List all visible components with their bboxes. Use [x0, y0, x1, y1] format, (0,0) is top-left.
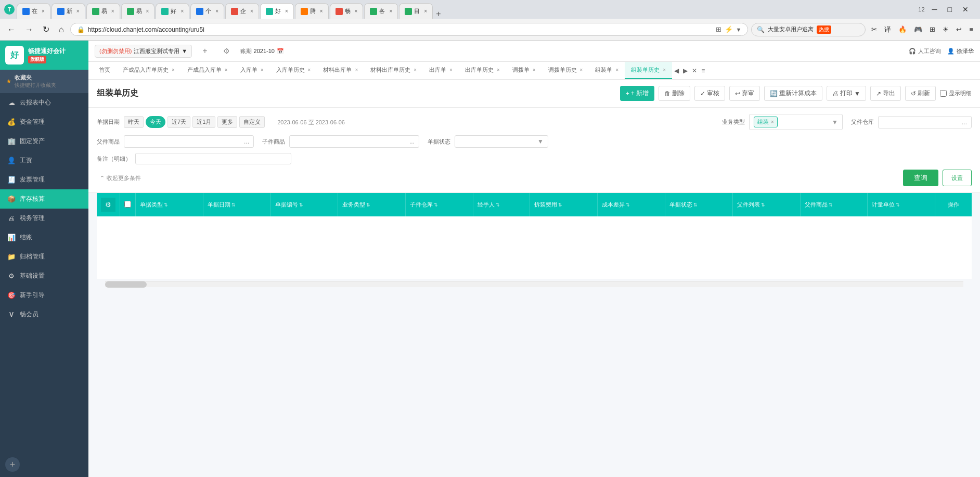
export-button[interactable]: ↗ 导出: [870, 86, 901, 101]
tab-close-all[interactable]: ✕: [690, 65, 699, 76]
horizontal-scrollbar[interactable]: [105, 281, 963, 287]
audit-button[interactable]: ✓ 审核: [694, 86, 725, 101]
delete-button[interactable]: 🗑 删除: [659, 86, 690, 101]
user-info[interactable]: 👤 徐泽华: [947, 47, 974, 55]
tab-nav-right[interactable]: ▶: [681, 65, 690, 76]
page-tab-transfer-hist-close[interactable]: ×: [580, 67, 583, 73]
page-tab-material-out-history[interactable]: 材料出库单历史 ×: [364, 62, 423, 79]
date-yesterday-btn[interactable]: 昨天: [124, 116, 144, 128]
company-selector[interactable]: (勿删勿禁用) 江西服宝测试专用 ▼: [95, 45, 192, 58]
tab-9[interactable]: 腾×: [295, 3, 329, 19]
minimize-button[interactable]: ─: [929, 4, 940, 15]
back-button[interactable]: ←: [4, 23, 19, 36]
emoji-icon-btn[interactable]: 🔥: [896, 24, 909, 35]
date-today-btn[interactable]: 今天: [146, 116, 165, 128]
print-button[interactable]: 🖨 打印 ▼: [827, 86, 866, 101]
page-tab-ib-hist-close[interactable]: ×: [308, 67, 311, 73]
abandon-button[interactable]: ↩ 弃审: [729, 86, 760, 101]
page-tab-mat-out-close[interactable]: ×: [355, 67, 358, 73]
tab-8-active[interactable]: 好×: [260, 3, 294, 19]
recalc-button[interactable]: 🔄 重新计算成本: [764, 86, 822, 101]
sub-goods-more[interactable]: ...: [409, 138, 415, 145]
page-tab-inbound-history[interactable]: 入库单历史 ×: [270, 62, 317, 79]
menu-icon-btn[interactable]: ≡: [966, 24, 976, 35]
nav-item-archive[interactable]: 📁 归档管理: [0, 247, 88, 266]
tab-10[interactable]: 畅×: [330, 3, 364, 19]
page-tab-outbound[interactable]: 出库单 ×: [423, 62, 459, 79]
nav-item-funds[interactable]: 💰 资金管理: [0, 112, 88, 132]
th-date[interactable]: 单据日期 ⇅: [203, 193, 270, 216]
page-tab-assembly-history[interactable]: 组装单历史 ×: [625, 62, 672, 79]
tab-4[interactable]: 易×: [121, 3, 155, 19]
page-tab-transfer-history[interactable]: 调拨单历史 ×: [542, 62, 589, 79]
page-tab-outbound-history[interactable]: 出库单历史 ×: [459, 62, 506, 79]
th-checkbox[interactable]: [120, 193, 136, 216]
show-detail-toggle[interactable]: 显示明细: [940, 89, 972, 97]
grid-icon-btn[interactable]: ⊞: [927, 24, 938, 35]
nav-item-invoice[interactable]: 🧾 发票管理: [0, 170, 88, 189]
brightness-icon-btn[interactable]: ☀: [940, 24, 951, 35]
scroll-area[interactable]: [88, 281, 980, 287]
biz-type-input-area[interactable]: 组装 × ▼: [749, 114, 843, 130]
nav-item-inventory[interactable]: 📦 库存核算: [0, 189, 88, 209]
biz-type-tag-remove[interactable]: ×: [771, 119, 774, 125]
collapse-button[interactable]: ⌃ 收起更多条件: [97, 171, 144, 185]
nav-item-settings[interactable]: ⚙ 基础设置: [0, 266, 88, 286]
th-settings[interactable]: ⚙: [97, 193, 120, 216]
th-number[interactable]: 单据编号 ⇅: [270, 193, 338, 216]
th-order-status[interactable]: 单据状态 ⇅: [665, 193, 733, 216]
calendar-icon[interactable]: 📅: [277, 48, 284, 55]
th-handler[interactable]: 经手人 ⇅: [473, 193, 530, 216]
date-custom-btn[interactable]: 自定义: [239, 116, 265, 128]
query-button[interactable]: 查询: [903, 170, 938, 186]
page-tab-inbound-close[interactable]: ×: [261, 67, 264, 73]
new-button[interactable]: + + 新增: [620, 86, 654, 101]
tab-6[interactable]: 个×: [190, 3, 224, 19]
maximize-button[interactable]: □: [945, 4, 955, 15]
scissors-icon-btn[interactable]: ✂: [869, 24, 880, 35]
add-company-button[interactable]: +: [197, 44, 212, 58]
page-tab-assembly-close[interactable]: ×: [615, 67, 618, 73]
sidebar-favorites[interactable]: ★ 收藏夹 快捷键打开收藏夹: [0, 70, 88, 93]
translate-icon-btn[interactable]: 译: [882, 23, 894, 36]
page-tab-ob-hist-close[interactable]: ×: [497, 67, 500, 73]
th-type[interactable]: 单据类型 ⇅: [136, 193, 203, 216]
search-area[interactable]: 🔍 大量安卓用户逃离 热搜: [751, 23, 866, 36]
parent-goods-input[interactable]: ...: [124, 135, 254, 148]
order-status-input[interactable]: ▼: [455, 135, 548, 148]
tab-1[interactable]: 在×: [17, 3, 50, 19]
page-tab-ob-close[interactable]: ×: [449, 67, 453, 73]
page-tab-finished-goods[interactable]: 产成品入库单 ×: [181, 62, 234, 79]
new-tab-button[interactable]: +: [434, 9, 443, 19]
nav-item-guide[interactable]: 🎯 新手引导: [0, 286, 88, 305]
column-settings-button[interactable]: ⚙: [101, 198, 115, 212]
nav-item-tax[interactable]: 🖨 税务管理: [0, 209, 88, 228]
parent-warehouse-more[interactable]: ...: [962, 119, 967, 126]
page-tab-transfer[interactable]: 调拨单 ×: [506, 62, 542, 79]
parent-goods-more[interactable]: ...: [244, 138, 249, 145]
date-more-btn[interactable]: 更多: [217, 116, 237, 128]
nav-item-vip[interactable]: V 畅会员: [0, 305, 88, 324]
tab-11[interactable]: 各×: [364, 3, 398, 19]
tab-nav-left[interactable]: ◀: [672, 65, 681, 76]
th-cost-diff[interactable]: 成本差异 ⇅: [598, 193, 665, 216]
show-detail-checkbox[interactable]: [940, 90, 947, 97]
tab-menu[interactable]: ≡: [699, 65, 707, 76]
th-disassemble-fee[interactable]: 拆装费用 ⇅: [530, 193, 598, 216]
undo-icon-btn[interactable]: ↩: [953, 24, 964, 35]
th-unit[interactable]: 计量单位 ⇅: [868, 193, 935, 216]
th-sub-warehouse[interactable]: 子件仓库 ⇅: [406, 193, 473, 216]
select-all-checkbox[interactable]: [124, 201, 131, 208]
tab-12[interactable]: 目×: [399, 3, 433, 19]
page-tab-finished-goods-history[interactable]: 产成品入库单历史 ×: [117, 62, 181, 79]
support-button[interactable]: 🎧 人工咨询: [909, 47, 941, 55]
refresh-nav-button[interactable]: ↻: [40, 22, 53, 36]
filter-settings-button[interactable]: 设置: [943, 170, 972, 186]
date-1month-btn[interactable]: 近1月: [192, 116, 215, 128]
add-circle-button[interactable]: +: [5, 457, 20, 472]
tab-3[interactable]: 易×: [86, 3, 120, 19]
page-tab-fg-hist-close[interactable]: ×: [172, 67, 175, 73]
tab-5[interactable]: 好×: [156, 3, 189, 19]
company-settings-button[interactable]: ⚙: [218, 44, 235, 58]
nav-item-payroll[interactable]: 👤 工资: [0, 151, 88, 170]
